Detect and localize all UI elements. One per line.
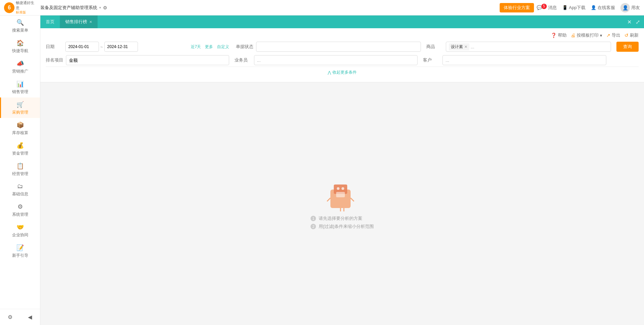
date-end-input[interactable] xyxy=(104,42,138,52)
system-title: 装备及固定资产辅助管理系统 xyxy=(40,5,97,11)
help-icon: ❓ xyxy=(551,33,557,38)
salesman-label: 业务员 xyxy=(235,57,251,63)
content-area: 首页 销售排行榜 ✕ ✕ ⤢ ❓ 帮助 🖨 按模板打印 ▾ xyxy=(40,15,644,325)
collapse-icon: ⋀ xyxy=(328,70,331,75)
system-settings-icon[interactable]: ⚙ xyxy=(103,5,107,10)
print-label: 按模板打印 xyxy=(577,32,599,38)
main-layout: 🔍 搜索菜单 🏠 快捷导航 📣 营销推广 📊 销售管理 🛒 采购管理 📦 库存核… xyxy=(0,15,644,325)
sidebar-item-label: 系统管理 xyxy=(12,212,28,217)
sidebar-item-enterprise[interactable]: 🤝 企业协同 xyxy=(0,220,40,241)
print-icon: 🖨 xyxy=(571,33,575,38)
empty-illustration xyxy=(322,178,362,211)
goods-filter-group: 商品 设计素 ✕ ... xyxy=(426,42,611,52)
date-separator: ~ xyxy=(100,44,103,49)
step2-num: 2 xyxy=(311,224,316,229)
message-item[interactable]: 💬 5 消息 xyxy=(537,5,557,11)
finance-icon: 💰 xyxy=(16,142,24,149)
quick-date-more[interactable]: 更多 xyxy=(204,43,214,50)
svg-rect-4 xyxy=(336,192,345,197)
customer-label: 客户 xyxy=(423,57,440,63)
sidebar-item-label: 新手引导 xyxy=(12,253,28,258)
goods-tag-close[interactable]: ✕ xyxy=(464,45,467,49)
date-range: ~ xyxy=(65,42,187,52)
query-button[interactable]: 查询 xyxy=(616,42,639,52)
sidebar-item-search[interactable]: 🔍 搜索菜单 xyxy=(0,15,40,36)
help-button[interactable]: ❓ 帮助 xyxy=(551,32,567,38)
system-icon: ⚙ xyxy=(17,203,23,210)
empty-step2-text: 用[过滤]条件来缩小分析范围 xyxy=(319,224,373,230)
customer-more-dots[interactable]: ... xyxy=(445,58,449,63)
tab-home[interactable]: 首页 xyxy=(40,15,60,28)
date-filter-group: 日期 ~ 近7天 更多 自定义 xyxy=(46,42,230,52)
sidebar-item-system[interactable]: ⚙ 系统管理 xyxy=(0,200,40,220)
goods-tag-text: 设计素 xyxy=(451,44,463,50)
quick-date-custom[interactable]: 自定义 xyxy=(216,43,230,50)
sidebar-item-operation[interactable]: 📋 经营管理 xyxy=(0,159,40,179)
date-start-input[interactable] xyxy=(65,42,99,52)
logo-area: 6 畅捷通好生意 标准版 xyxy=(4,0,38,15)
sidebar-item-label: 经营管理 xyxy=(12,171,28,177)
goods-more-dots[interactable]: ... xyxy=(471,44,474,49)
tab-close-icon[interactable]: ✕ xyxy=(89,20,92,24)
print-button[interactable]: 🖨 按模板打印 ▾ xyxy=(571,32,602,38)
sidebar-collapse-button[interactable]: ◀ xyxy=(20,312,40,322)
sidebar-item-quick-nav[interactable]: 🏠 快捷导航 xyxy=(0,36,40,56)
quick-date-7days[interactable]: 近7天 xyxy=(189,43,203,50)
sidebar-item-basic[interactable]: 🗂 基础信息 xyxy=(0,179,40,200)
logo-text: 畅捷通好生意 标准版 xyxy=(16,0,38,15)
sidebar-item-marketing[interactable]: 📣 营销推广 xyxy=(0,56,40,77)
date-label: 日期 xyxy=(46,44,63,50)
sidebar-item-label: 资金管理 xyxy=(12,151,28,156)
print-dropdown-icon[interactable]: ▾ xyxy=(600,33,602,38)
purchase-icon: 🛒 xyxy=(16,101,24,108)
sidebar-item-label: 快捷导航 xyxy=(12,48,28,54)
tab-close-window-icon[interactable]: ✕ xyxy=(626,17,633,27)
app-download-item[interactable]: 📱 App下载 xyxy=(562,5,585,11)
sidebar-item-purchase[interactable]: 🛒 采购管理 xyxy=(0,97,40,118)
online-service-item[interactable]: 👤 在线客服 xyxy=(591,5,615,11)
doc-status-select[interactable] xyxy=(256,42,421,52)
refresh-button[interactable]: ↺ 刷新 xyxy=(624,32,639,38)
sidebar-item-newbie[interactable]: 📝 新手引导 xyxy=(0,241,40,261)
system-dropdown-arrow[interactable]: ▾ xyxy=(99,6,101,9)
rank-select[interactable]: 金额 xyxy=(66,55,229,65)
sidebar-item-finance[interactable]: 💰 资金管理 xyxy=(0,138,40,159)
service-icon: 👤 xyxy=(591,5,596,10)
sidebar-item-sales[interactable]: 📊 销售管理 xyxy=(0,77,40,97)
sidebar-settings-button[interactable]: ⚙ xyxy=(0,312,20,322)
export-button[interactable]: ↗ 导出 xyxy=(606,32,620,38)
svg-line-8 xyxy=(351,198,354,201)
message-badge: 5 xyxy=(541,4,547,9)
industry-button[interactable]: 体验行业方案 xyxy=(500,3,534,12)
salesman-more-dots[interactable]: ... xyxy=(257,58,261,63)
collapse-bar[interactable]: ⋀ 收起更多条件 xyxy=(46,67,639,78)
sidebar-item-label: 搜索菜单 xyxy=(12,28,28,33)
avatar: 👤 xyxy=(620,3,630,12)
empty-text-container: 1 请先选择要分析的方案 2 用[过滤]条件来缩小分析范围 xyxy=(311,215,373,230)
tab-sales-rank-label: 销售排行榜 xyxy=(65,19,87,25)
filter-row-2: 排名项目 金额 业务员 ... 客户 ... xyxy=(46,55,639,65)
tab-fullscreen-icon[interactable]: ⤢ xyxy=(634,17,641,27)
basic-icon: 🗂 xyxy=(17,183,23,190)
marketing-icon: 📣 xyxy=(16,60,24,67)
export-label: 导出 xyxy=(612,32,620,38)
goods-tag: 设计素 ✕ xyxy=(449,43,469,50)
empty-step1-text: 请先选择要分析的方案 xyxy=(319,215,362,221)
system-title-area: 装备及固定资产辅助管理系统 ▾ ⚙ xyxy=(40,5,497,11)
sidebar-item-label: 基础信息 xyxy=(12,191,28,197)
phone-icon: 📱 xyxy=(562,5,568,10)
newbie-icon: 📝 xyxy=(16,244,24,251)
user-item[interactable]: 👤 用友 xyxy=(620,3,640,12)
tab-sales-rank[interactable]: 销售排行榜 ✕ xyxy=(60,15,98,28)
tab-actions: ✕ ⤢ xyxy=(626,17,644,27)
filter-rows: 日期 ~ 近7天 更多 自定义 单据状态 xyxy=(46,42,639,65)
sidebar-item-inventory[interactable]: 📦 库存核算 xyxy=(0,118,40,138)
user-name: 用友 xyxy=(631,5,640,11)
filter-area: ❓ 帮助 🖨 按模板打印 ▾ ↗ 导出 ↺ 刷新 xyxy=(40,28,644,82)
sidebar-bottom: ⚙ ◀ xyxy=(0,309,40,325)
rank-label: 排名项目 xyxy=(46,57,63,63)
goods-label: 商品 xyxy=(426,44,443,50)
help-label: 帮助 xyxy=(558,32,567,38)
top-right-actions: 💬 5 消息 📱 App下载 👤 在线客服 👤 用友 xyxy=(537,3,640,12)
search-icon: 🔍 xyxy=(16,19,24,26)
